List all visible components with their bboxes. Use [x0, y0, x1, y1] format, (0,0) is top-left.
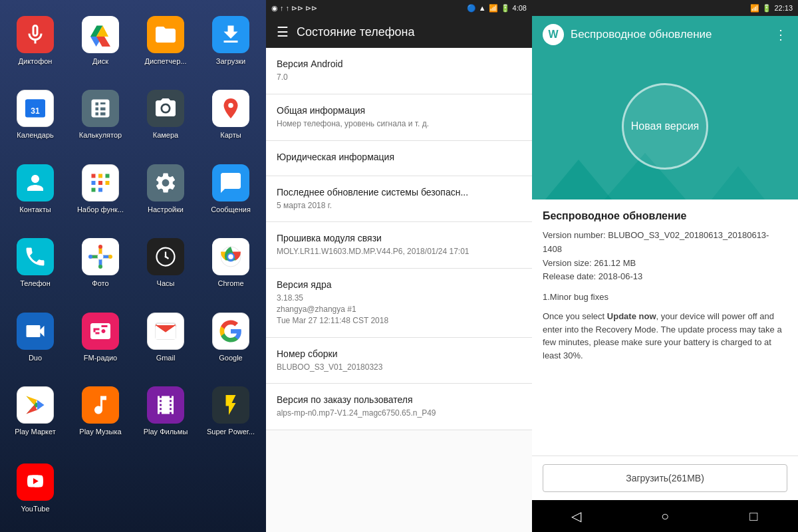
ota-update-panel: 📶 🔋 22:13 W Беспроводное обновление ⋮ Но…: [532, 0, 798, 532]
update-info-block: Version number: BLUBOO_S3_V02_20180613_2…: [543, 229, 787, 284]
contacts-icon: [17, 164, 54, 201]
status-item-legal[interactable]: Юридическая информация: [266, 141, 532, 176]
app-camera[interactable]: Камера: [136, 84, 196, 153]
home-button[interactable]: ○: [649, 500, 681, 532]
camera-label: Камера: [153, 131, 178, 140]
youtube-icon: [17, 464, 54, 501]
status-bar: ◉ ↑ ↑ ⊳⊳ ⊳⊳ 🔵 ▲ 📶 🔋 4:08: [266, 0, 532, 16]
build-title: Номер сборки: [277, 348, 521, 359]
update-button-area: Загрузить(261MB): [532, 456, 798, 500]
status-item-general[interactable]: Общая информация Номер телефона, уровень…: [266, 94, 532, 141]
svg-rect-9: [98, 181, 102, 185]
status-item-build[interactable]: Номер сборки BLUBOO_S3_V01_20180323: [266, 338, 532, 384]
sms-label: Сообщения: [211, 205, 251, 214]
app-drawer-panel: Диктофон Диск Диспетчер...: [0, 0, 266, 532]
playmusic-icon: [82, 386, 119, 424]
calculator-icon: [82, 90, 119, 127]
dispatcher-icon: [147, 16, 184, 53]
custom-subtitle: alps-mp-n0.mp7-V1.24_magc6750.65.n_P49: [277, 408, 521, 419]
app-dictaphone[interactable]: Диктофон: [5, 11, 65, 79]
svg-point-21: [165, 256, 167, 258]
app-clock[interactable]: Часы: [136, 233, 196, 301]
playmusic-label: Play Музыка: [79, 428, 121, 436]
status-item-kernel[interactable]: Версия ядра 3.18.35 zhangya@zhangya #1 T…: [266, 269, 532, 337]
update-circle[interactable]: Новая версия: [622, 83, 708, 170]
apps-grid: Диктофон Диск Диспетчер...: [5, 11, 261, 527]
svg-point-16: [88, 255, 92, 259]
app-dispatcher[interactable]: Диспетчер...: [136, 11, 196, 79]
app-contacts[interactable]: Контакты: [5, 159, 65, 227]
app-chrome[interactable]: Chrome: [201, 233, 261, 301]
svg-rect-12: [98, 188, 102, 192]
app-google[interactable]: Google: [201, 307, 261, 376]
google-label: Google: [219, 354, 242, 362]
app-drive[interactable]: Диск: [70, 11, 130, 79]
svg-rect-11: [92, 188, 96, 192]
dispatcher-label: Диспетчер...: [145, 57, 187, 66]
contacts-label: Контакты: [19, 205, 51, 214]
app-duo[interactable]: Duo: [5, 307, 65, 376]
svg-point-17: [98, 254, 104, 260]
photos-label: Фото: [92, 279, 108, 288]
app-playmarket[interactable]: Play Маркет: [5, 381, 65, 450]
photos-icon: [82, 238, 119, 275]
app-playfilms[interactable]: Play Фильмы: [136, 381, 196, 450]
chrome-icon: [212, 238, 249, 275]
app-maps[interactable]: Карты: [201, 84, 261, 153]
app-calculator[interactable]: Калькулятор: [70, 84, 130, 153]
app-nabor[interactable]: Набор функ...: [70, 159, 130, 227]
app-photos[interactable]: Фото: [70, 233, 130, 301]
app-playmusic[interactable]: Play Музыка: [70, 381, 130, 450]
app-superpower[interactable]: Super Power...: [201, 381, 261, 450]
update-logo: W: [543, 24, 564, 45]
drive-icon: [82, 16, 119, 53]
youtube-label: YouTube: [21, 505, 49, 513]
security-title: Последнее обновление системы безопасн...: [277, 187, 521, 198]
general-info-title: Общая информация: [277, 105, 521, 116]
svg-point-4: [228, 103, 233, 108]
more-options-icon[interactable]: ⋮: [774, 27, 787, 43]
svg-rect-2: [25, 102, 45, 104]
playmarket-icon: [17, 386, 54, 424]
app-fmradio[interactable]: FM-радио: [70, 307, 130, 376]
status-item-firmware[interactable]: Прошивка модуля связи MOLY.LR11.W1603.MD…: [266, 222, 532, 269]
settings-label: Настройки: [148, 205, 184, 214]
build-subtitle: BLUBOO_S3_V01_20180323: [277, 362, 521, 373]
kernel-subtitle: 3.18.35 zhangya@zhangya #1 Tue Mar 27 12…: [277, 293, 521, 326]
hamburger-icon[interactable]: ☰: [277, 24, 289, 40]
app-downloads[interactable]: Загрузки: [201, 11, 261, 79]
back-button[interactable]: ◁: [561, 500, 593, 532]
svg-point-25: [228, 255, 233, 260]
svg-point-15: [98, 265, 102, 269]
app-gmail[interactable]: Gmail: [136, 307, 196, 376]
legal-title: Юридическая информация: [277, 152, 521, 162]
download-button[interactable]: Загрузить(261MB): [543, 464, 787, 492]
phone-status-panel: ◉ ↑ ↑ ⊳⊳ ⊳⊳ 🔵 ▲ 📶 🔋 4:08 ☰ Состояние тел…: [266, 0, 532, 532]
status-header: ☰ Состояние телефона: [266, 16, 532, 48]
dictaphone-label: Диктофон: [19, 57, 53, 66]
android-version-title: Версия Android: [277, 59, 521, 69]
calculator-label: Калькулятор: [79, 131, 122, 140]
drive-label: Диск: [92, 57, 108, 66]
app-phone[interactable]: Телефон: [5, 233, 65, 301]
chrome-label: Chrome: [217, 279, 243, 288]
app-settings[interactable]: Настройки: [136, 159, 196, 227]
security-subtitle: 5 марта 2018 г.: [277, 200, 521, 211]
app-calendar[interactable]: 31 Календарь: [5, 84, 65, 153]
update-hero-area: Новая версия: [532, 53, 798, 200]
svg-rect-5: [92, 174, 96, 178]
status-item-security[interactable]: Последнее обновление системы безопасн...…: [266, 176, 532, 223]
gmail-label: Gmail: [156, 354, 176, 362]
dictaphone-icon: [17, 16, 54, 53]
recent-button[interactable]: □: [737, 500, 769, 532]
status-item-custom[interactable]: Версия по заказу пользователя alps-mp-n0…: [266, 384, 532, 430]
svg-rect-8: [92, 181, 96, 185]
fmradio-label: FM-радио: [84, 354, 117, 362]
app-youtube[interactable]: YouTube: [5, 458, 65, 527]
version-number-line: Version number: BLUBOO_S3_V02_20180613_2…: [543, 229, 787, 257]
app-sms[interactable]: Сообщения: [201, 159, 261, 227]
status-item-android[interactable]: Версия Android 7.0: [266, 48, 532, 94]
google-icon: [212, 313, 249, 350]
calendar-label: Календарь: [17, 131, 54, 140]
calendar-icon: 31: [17, 90, 54, 127]
